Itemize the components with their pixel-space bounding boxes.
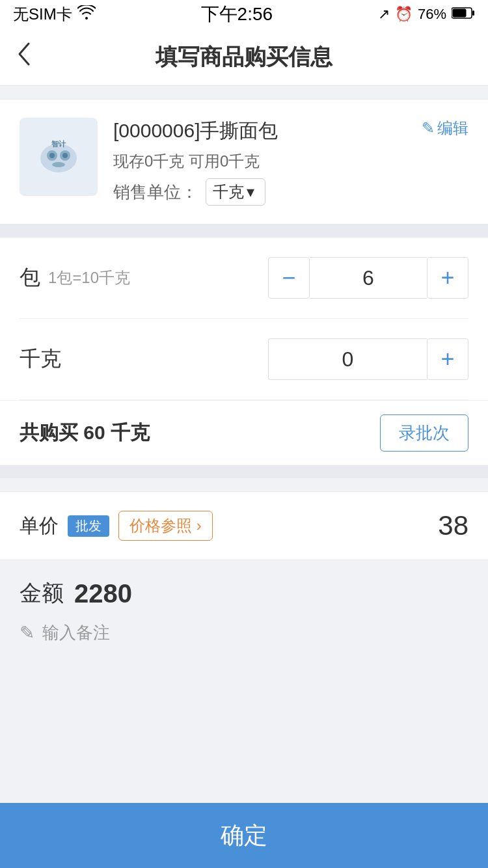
amount-section: 金额 2280 ✎ 输入备注 [0, 560, 488, 657]
kg-input-row: 千克 + [20, 319, 468, 400]
carrier-text: 无SIM卡 [13, 4, 72, 25]
summary-unit: 千克 [105, 422, 150, 443]
product-card-right: ✎ 编辑 [422, 118, 468, 139]
price-section: 单价 批发 价格参照 › 38 [0, 491, 488, 560]
kg-plus-button[interactable]: + [427, 338, 468, 380]
kg-label: 千克 [20, 345, 61, 373]
kg-quantity-input[interactable] [268, 338, 427, 380]
price-row: 单价 批发 价格参照 › 38 [20, 510, 468, 541]
product-unit-row: 销售单位： 千克 ▾ [113, 178, 406, 206]
unit-dropdown-icon: ▾ [247, 183, 254, 201]
summary-amount: 60 [83, 422, 105, 443]
status-time: 下午2:56 [201, 2, 273, 27]
edit-button[interactable]: ✎ 编辑 [422, 118, 468, 139]
nav-bar: 填写商品购买信息 [0, 29, 488, 86]
section-divider-2 [0, 465, 488, 478]
bag-minus-button[interactable]: − [268, 257, 310, 299]
status-bar: 无SIM卡 下午2:56 ↗ ⏰ 76% [0, 0, 488, 29]
price-ref-button[interactable]: 价格参照 › [118, 511, 213, 541]
svg-text:智计: 智计 [51, 140, 66, 148]
product-stock: 现存0千克 可用0千克 [113, 151, 406, 172]
confirm-button-label: 确定 [221, 820, 267, 852]
batch-button[interactable]: 录批次 [380, 414, 468, 452]
amount-row: 金额 2280 [20, 578, 468, 608]
price-badge: 批发 [68, 515, 109, 537]
bag-quantity-control: − + [268, 257, 468, 299]
battery-icon [452, 6, 475, 23]
unit-value: 千克 [213, 182, 244, 202]
summary-prefix: 共购买 [20, 422, 83, 443]
wifi-icon [77, 5, 96, 23]
svg-point-6 [49, 153, 55, 158]
product-image: 智计 [20, 118, 98, 196]
svg-rect-2 [472, 10, 474, 16]
summary-section: 共购买 60 千克 录批次 [0, 400, 488, 465]
quantity-section: 包 1包=10千克 − + 千克 + [0, 237, 488, 400]
edit-icon: ✎ [422, 119, 435, 137]
page-title: 填写商品购买信息 [156, 42, 332, 72]
battery-text: 76% [418, 6, 446, 23]
svg-point-3 [40, 144, 77, 172]
status-right: ↗ ⏰ 76% [378, 6, 475, 23]
price-value: 38 [438, 510, 468, 541]
bag-quantity-input[interactable] [310, 257, 427, 299]
back-button[interactable] [16, 41, 31, 73]
confirm-bar[interactable]: 确定 [0, 803, 488, 868]
bag-label-text: 包 [20, 264, 40, 292]
price-left: 单价 批发 价格参照 › [20, 511, 213, 541]
plus-icon: + [441, 264, 454, 292]
bag-plus-button[interactable]: + [427, 257, 468, 299]
minus-icon: − [282, 264, 295, 292]
edit-label: 编辑 [437, 118, 468, 139]
bag-label: 包 1包=10千克 [20, 264, 130, 292]
product-info: [0000006]手撕面包 现存0千克 可用0千克 销售单位： 千克 ▾ [113, 118, 406, 206]
amount-value: 2280 [74, 579, 132, 608]
product-name: [0000006]手撕面包 [113, 118, 406, 144]
kg-label-text: 千克 [20, 345, 61, 373]
status-left: 无SIM卡 [13, 4, 96, 25]
svg-point-7 [62, 153, 68, 158]
svg-rect-1 [453, 9, 467, 18]
unit-label: 销售单位： [113, 181, 198, 204]
section-divider-1 [0, 224, 488, 237]
product-card: 智计 [0000006]手撕面包 现存0千克 可用0千克 销售单位： 千克 ▾ … [0, 99, 488, 224]
pencil-icon: ✎ [20, 622, 34, 644]
amount-label: 金额 [20, 578, 64, 608]
location-icon: ↗ [378, 6, 390, 23]
summary-text: 共购买 60 千克 [20, 420, 150, 446]
bag-hint: 1包=10千克 [48, 267, 130, 288]
bag-input-row: 包 1包=10千克 − + [20, 237, 468, 319]
unit-selector[interactable]: 千克 ▾ [206, 178, 265, 206]
price-label: 单价 [20, 513, 59, 539]
svg-point-8 [52, 162, 65, 167]
note-placeholder: 输入备注 [42, 621, 110, 644]
note-row[interactable]: ✎ 输入备注 [20, 621, 468, 644]
kg-plus-icon: + [441, 346, 454, 373]
alarm-icon: ⏰ [395, 6, 413, 23]
kg-quantity-control: + [268, 338, 468, 380]
